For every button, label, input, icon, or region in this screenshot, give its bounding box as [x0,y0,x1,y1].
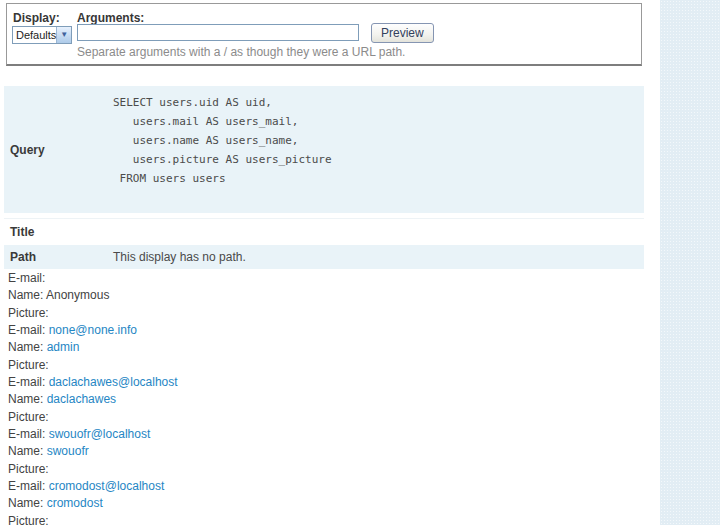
user-name-line: Name: cromodost [0,495,660,512]
user-name-line: Name: daclachawes [0,391,660,408]
view-info-table: Query SELECT users.uid AS uid, users.mai… [4,86,644,269]
user-name-label: Name: [8,340,47,354]
user-name-value[interactable]: admin [47,340,80,354]
user-name-label: Name: [8,496,47,510]
chevron-down-icon: ▼ [56,27,71,43]
user-email-line: E-mail: none@none.info [0,322,660,339]
user-picture-label: Picture: [8,358,49,372]
user-name-line: Name: swouofr [0,443,660,460]
preview-button[interactable]: Preview [371,23,434,43]
query-label: Query [4,143,113,157]
user-picture-line: Picture: [0,409,660,426]
user-picture-line: Picture: [0,305,660,322]
arguments-hint: Separate arguments with a / as though th… [77,45,405,59]
user-name-value[interactable]: cromodost [47,496,103,510]
user-name-value[interactable]: swouofr [47,444,89,458]
user-name-line: Name: Anonymous [0,287,660,304]
title-label: Title [4,225,113,239]
user-email-label: E-mail: [8,323,49,337]
user-picture-line: Picture: [0,461,660,478]
user-name-label: Name: [8,444,47,458]
user-name-label: Name: [8,288,46,302]
preview-results: E-mail: Name: AnonymousPicture: E-mail: … [0,270,660,525]
user-name-value: Anonymous [46,288,109,302]
user-email-label: E-mail: [8,479,49,493]
user-email-line: E-mail: swouofr@localhost [0,426,660,443]
content-area: Display: Defaults ▼ Arguments: Preview S… [0,0,660,525]
user-picture-label: Picture: [8,514,49,525]
arguments-label: Arguments: [77,11,144,25]
user-email-value[interactable]: daclachawes@localhost [49,375,178,389]
preview-form: Display: Defaults ▼ Arguments: Preview S… [6,3,642,66]
user-name-label: Name: [8,392,47,406]
user-email-value[interactable]: none@none.info [49,323,137,337]
user-email-line: E-mail: [0,270,660,287]
path-label: Path [4,250,113,264]
user-email-value[interactable]: swouofr@localhost [49,427,151,441]
display-select-value: Defaults [13,29,56,41]
user-name-line: Name: admin [0,339,660,356]
user-picture-line: Picture: [0,357,660,374]
query-row: Query SELECT users.uid AS uid, users.mai… [4,86,644,213]
user-name-value[interactable]: daclachawes [47,392,116,406]
user-picture-line: Picture: [0,513,660,525]
user-picture-label: Picture: [8,462,49,476]
user-email-value[interactable]: cromodost@localhost [49,479,165,493]
arguments-input[interactable] [77,24,359,41]
user-email-label: E-mail: [8,427,49,441]
path-value: This display has no path. [113,250,246,264]
user-email-label: E-mail: [8,271,45,285]
user-picture-label: Picture: [8,306,49,320]
display-label: Display: [13,11,60,25]
query-sql: SELECT users.uid AS uid, users.mail AS u… [113,86,332,213]
user-email-line: E-mail: cromodost@localhost [0,478,660,495]
user-picture-label: Picture: [8,410,49,424]
user-email-line: E-mail: daclachawes@localhost [0,374,660,391]
path-row: Path This display has no path. [4,245,644,269]
title-row: Title [4,218,644,245]
display-select[interactable]: Defaults ▼ [12,26,72,44]
user-email-label: E-mail: [8,375,49,389]
